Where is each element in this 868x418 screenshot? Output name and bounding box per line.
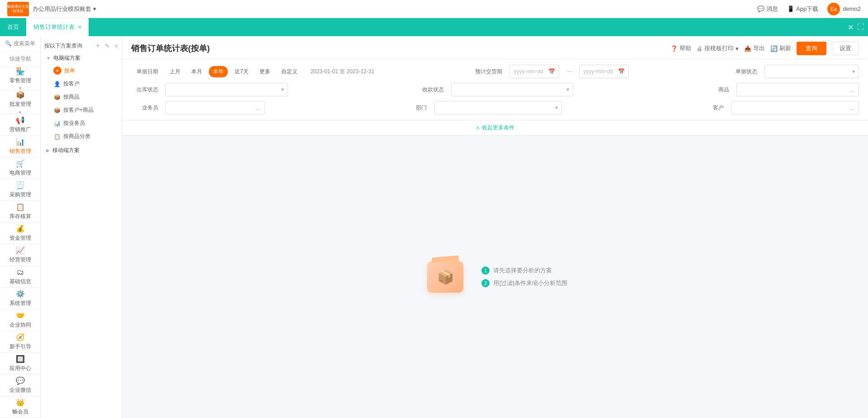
wholesale-icon: 📦	[16, 90, 25, 99]
purchase-icon: 🧾	[16, 181, 25, 190]
date-buttons: 上月 本月 本年 近7天 更多 自定义	[165, 66, 302, 77]
expand-icon2: ▲	[18, 109, 22, 114]
tab-expand-icon[interactable]: ⛶	[857, 23, 864, 31]
sidebar-quick-nav[interactable]: 快捷导航	[0, 52, 40, 67]
edit-scheme-button[interactable]: ✎	[104, 42, 110, 49]
system-title: 办公用品行业模拟账套	[33, 5, 91, 13]
export-button[interactable]: 📤 导出	[744, 44, 765, 52]
empty-box-icon: 📦	[427, 261, 463, 293]
empty-text-list: 1 请先选择要分析的方案 2 用[过滤]条件来缩小分析范围	[481, 266, 567, 287]
pc-section-label: 电脑端方案	[53, 54, 80, 62]
scheme-item-by-customer[interactable]: 👤 按客户	[41, 77, 122, 90]
mobile-section-header[interactable]: ▶ 移动端方案	[41, 145, 122, 156]
sidebar-item-operations[interactable]: 📈 经营管理	[0, 244, 40, 266]
scheme-by-customer-label: 按客户	[63, 80, 80, 88]
top-bar: 畅捷通好生意 标准版 办公用品行业模拟账套 ▾ 💬 消息 📱 App下载 Ea …	[0, 0, 868, 18]
date-range-text: 2023-01-01 至 2023-12-31	[311, 68, 374, 76]
scheme-item-by-salesperson[interactable]: 📊 按业务员	[41, 117, 122, 130]
sidebar-item-ecommerce[interactable]: 🛒 电商管理	[0, 157, 40, 179]
system-icon: ⚙️	[16, 290, 25, 298]
tab-close-all-icon[interactable]: ✕	[848, 23, 854, 32]
scheme-panel: 按以下方案查询 + ✎ « ▼ 电脑端方案 ● 按单 👤 按客户	[41, 36, 122, 418]
sidebar-item-system[interactable]: ⚙️ 系统管理	[0, 288, 40, 309]
order-status-label: 单据状态	[730, 68, 757, 76]
tab-home[interactable]: 首页	[0, 18, 26, 36]
sidebar-item-basic[interactable]: 🗂 基础信息	[0, 266, 40, 288]
expected-date-from[interactable]: yyyy-mm-dd 📅	[509, 65, 559, 78]
hint-num-2: 2	[481, 279, 490, 287]
sidebar-item-newbie[interactable]: 🧭 新手引导	[0, 331, 40, 353]
refresh-button[interactable]: 🔄 刷新	[770, 44, 791, 52]
sidebar-item-enterprise[interactable]: 🤝 企业协同	[0, 309, 40, 331]
scheme-item-by-product[interactable]: 📦 按商品	[41, 90, 122, 104]
sidebar-newbie-label: 新手引导	[9, 343, 31, 351]
inventory-icon: 📋	[16, 203, 25, 211]
receipt-dropdown-icon: ▾	[566, 86, 569, 93]
scheme-item-by-category[interactable]: 📋 按商品分类	[41, 130, 122, 143]
date-btn-this-year[interactable]: 本年	[209, 66, 228, 77]
expected-date-to[interactable]: yyyy-mm-dd 📅	[579, 65, 629, 78]
newbie-icon: 🧭	[16, 333, 25, 342]
collapse-scheme-button[interactable]: «	[114, 42, 118, 49]
sidebar-basic-label: 基础信息	[9, 278, 31, 285]
setting-button[interactable]: 设置	[832, 42, 859, 55]
sidebar-ecommerce-label: 电商管理	[9, 169, 31, 177]
receipt-status-select[interactable]: ▾	[451, 83, 574, 96]
user-profile[interactable]: Ea demo2	[827, 3, 861, 15]
help-button[interactable]: ❓ 帮助	[670, 44, 691, 52]
basic-icon: 🗂	[17, 268, 24, 276]
date-btn-this-month[interactable]: 本月	[187, 66, 206, 77]
message-icon: 💬	[757, 5, 764, 12]
sidebar-item-appstore[interactable]: 🔲 应用中心	[0, 353, 40, 375]
print-button[interactable]: 🖨 按模板打印 ▾	[697, 44, 739, 52]
sidebar-item-marketing[interactable]: 📢 营销推广	[0, 114, 40, 136]
sidebar-search[interactable]: 🔍 搜索菜单	[0, 36, 40, 52]
enterprise-icon: 🤝	[16, 311, 25, 320]
scheme-dot-icon: ●	[53, 66, 61, 75]
tab-close-icon[interactable]: ×	[78, 24, 81, 30]
department-select[interactable]: ▾	[434, 101, 562, 114]
sidebar-item-member[interactable]: 👑 畅会员	[0, 396, 40, 418]
date-btn-custom[interactable]: 自定义	[277, 66, 302, 77]
hint-text-1: 请先选择要分析的方案	[493, 266, 552, 275]
customer-input[interactable]: ...	[731, 101, 859, 114]
date-btn-last-month[interactable]: 上月	[165, 66, 184, 77]
user-name: demo2	[843, 5, 861, 12]
sidebar-item-wechat[interactable]: 💬 企业微信	[0, 375, 40, 396]
tab-sales-stats[interactable]: 销售订单统计表 ×	[26, 18, 89, 36]
product-dots-icon[interactable]: ...	[849, 86, 855, 93]
message-button[interactable]: 💬 消息	[757, 5, 778, 13]
system-title-dropdown[interactable]: 办公用品行业模拟账套 ▾	[33, 5, 96, 13]
sidebar-item-wholesale[interactable]: 📦 批发管理 ▲	[0, 90, 40, 114]
finance-icon: 💰	[16, 224, 25, 233]
member-icon: 👑	[16, 398, 25, 407]
date-btn-7days[interactable]: 近7天	[231, 66, 253, 77]
wechat-icon: 💬	[16, 376, 25, 385]
filter-row-person: 业务员 ... 部门 ▾ 客户 ...	[131, 101, 859, 114]
sidebar-enterprise-label: 企业协同	[9, 321, 31, 329]
delivery-status-select[interactable]: ▾	[165, 83, 288, 96]
app-download-button[interactable]: 📱 App下载	[787, 5, 818, 13]
salesperson-dots-icon[interactable]: ...	[255, 104, 261, 111]
sidebar-item-inventory[interactable]: 📋 库存核算	[0, 201, 40, 223]
empty-illustration: 📦	[423, 254, 468, 299]
pc-section-header[interactable]: ▼ 电脑端方案	[41, 52, 122, 64]
sidebar-item-finance[interactable]: 💰 资金管理	[0, 223, 40, 244]
pc-scheme-section: ▼ 电脑端方案 ● 按单 👤 按客户 📦 按商品	[41, 52, 122, 144]
collapse-bar[interactable]: ∧ 收起更多条件	[122, 120, 868, 136]
sidebar-item-sales[interactable]: 📊 销售管理	[0, 136, 40, 157]
query-button[interactable]: 查询	[797, 42, 826, 55]
product-input[interactable]: ...	[736, 83, 859, 96]
sidebar-item-retail[interactable]: 🏪 零售管理 ▼	[0, 67, 40, 90]
order-status-select[interactable]: ▾	[764, 65, 859, 78]
customer-dots-icon[interactable]: ...	[849, 104, 855, 111]
sidebar-item-purchase[interactable]: 🧾 采购管理	[0, 179, 40, 201]
logo: 畅捷通好生意 标准版	[7, 2, 29, 16]
scheme-item-by-order[interactable]: ● 按单	[41, 64, 122, 77]
scheme-item-by-customer-product[interactable]: 📦 按客户+商品	[41, 104, 122, 117]
scheme-by-salesperson-label: 按业务员	[63, 119, 85, 127]
salesperson-input[interactable]: ...	[165, 101, 265, 114]
add-scheme-button[interactable]: +	[96, 42, 100, 50]
sidebar-marketing-label: 营销推广	[9, 126, 31, 133]
date-btn-more[interactable]: 更多	[255, 66, 274, 77]
